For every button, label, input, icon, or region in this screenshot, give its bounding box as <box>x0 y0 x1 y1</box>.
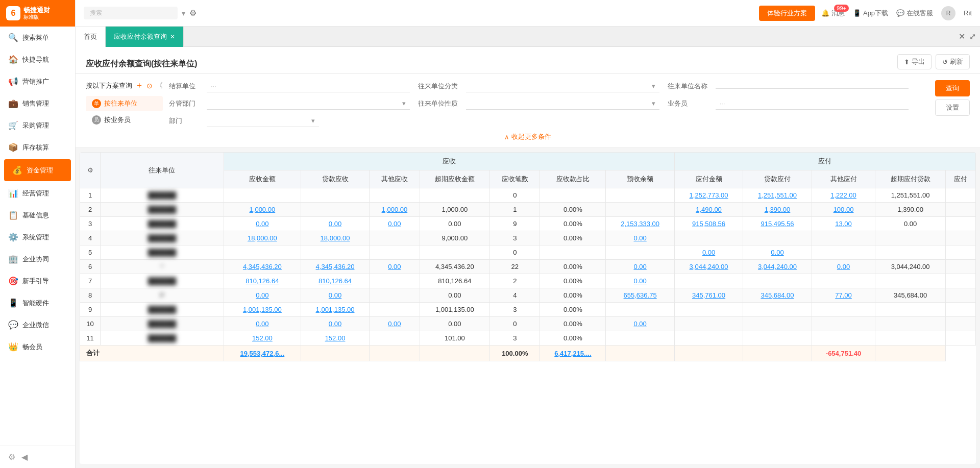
table-row: 3 ██████ 0.00 0.00 0.00 0.00 9 0.00% 2,1… <box>80 217 976 231</box>
sidebar-item-hardware[interactable]: 📱 智能硬件 <box>0 292 75 314</box>
table-row: 10 ██████ 0.00 0.00 0.00 0.00 0 0.00% 0.… <box>80 317 976 331</box>
query-type-by-unit[interactable]: 单 按往来单位 <box>86 96 163 111</box>
sidebar-item-quicknav[interactable]: 🏠 快捷导航 <box>0 48 75 70</box>
col-pay-other: 其他应付 <box>812 170 875 188</box>
search-icon: 🔍 <box>8 33 18 42</box>
notice-badge: 99+ <box>834 5 849 12</box>
sidebar-item-basic[interactable]: 📋 基础信息 <box>0 204 75 226</box>
sidebar-item-marketing[interactable]: 📢 营销推广 <box>0 70 75 92</box>
tab-close-icon[interactable]: ✕ <box>170 33 175 40</box>
close-window-icon[interactable]: ✕ <box>959 32 965 41</box>
sidebar-item-wechat[interactable]: 💬 企业微信 <box>0 314 75 336</box>
collapse-bar[interactable]: ∧ 收起更多条件 <box>86 129 970 141</box>
header-right: 🔔 消息 99+ 📱 App下载 💬 在线客服 R Rit <box>821 6 972 20</box>
sidebar-item-inventory[interactable]: 📦 库存核算 <box>0 136 75 158</box>
table-row: 5 ██████ 0 0.00 0.00 <box>80 245 976 260</box>
export-button[interactable]: ⬆ 导出 <box>897 54 932 69</box>
avatar: R <box>941 6 955 20</box>
total-recv-amt[interactable]: 19,553,472,6... <box>224 346 301 361</box>
marketing-icon: 📢 <box>8 77 18 86</box>
salesperson-input[interactable]: ··· <box>716 97 909 110</box>
header-search-area[interactable]: 搜索 <box>84 7 178 19</box>
logo-text: 畅捷通财 标准版 <box>23 6 50 20</box>
main-area: 搜索 ▾ ⚙ 体验行业方案 🔔 消息 99+ 📱 App下载 💬 在线客服 R … <box>76 0 980 468</box>
gear-bottom-icon[interactable]: ⚙ <box>8 452 15 462</box>
page-title: 应收应付余额查询(按往来单位) <box>86 59 198 69</box>
total-pay-overdue: -654,751.40 <box>812 346 875 361</box>
solution-button[interactable]: 体验行业方案 <box>759 6 815 21</box>
col-recv-prepaid: 预收余额 <box>606 170 674 188</box>
username-text[interactable]: Rit <box>964 9 972 17</box>
total-recv-prepaid[interactable]: 6,417,215.... <box>540 346 606 361</box>
tab-query[interactable]: 应收应付余额查询 ✕ <box>106 27 184 47</box>
filter-fields: 结算单位 ··· 往来单位分类 ▾ <box>169 80 970 129</box>
settlement-unit-input[interactable]: ··· <box>207 80 410 92</box>
total-label: 合计 <box>80 346 224 361</box>
refresh-icon: ↺ <box>942 58 948 66</box>
table-row: 8 P 0.00 0.00 0.00 4 0.00% 655,636.75 34… <box>80 288 976 303</box>
filter-area: 查询 设置 按以下方案查询 ＋ ⊙ 《 单 按往来单位 <box>76 74 980 148</box>
system-icon: ⚙️ <box>8 232 18 242</box>
header-gear-icon[interactable]: ⚙ <box>189 8 197 18</box>
wechat-icon: 💬 <box>8 320 18 330</box>
tab-right-actions: ✕ ⤢ <box>959 32 980 41</box>
col-recv-overdue: 超期应收金额 <box>420 170 490 188</box>
col-pay-overdue: 超期应付贷款 <box>875 170 946 188</box>
col-recv-ratio: 应收款占比 <box>540 170 606 188</box>
service-button[interactable]: 💬 在线客服 <box>896 9 933 18</box>
sidebar-item-sales[interactable]: 💼 销售管理 <box>0 92 75 114</box>
data-table: ⚙ 往来单位 应收 应付 应收金额 贷款应收 其他应收 超期应收金额 应收笔数 … <box>80 152 976 361</box>
table-settings-icon[interactable]: ⚙ <box>87 166 93 174</box>
header-breadcrumb: 搜索 ▾ ⚙ <box>84 7 753 19</box>
sidebar-bottom: ⚙ ◀ <box>0 446 75 468</box>
maximize-window-icon[interactable]: ⤢ <box>969 32 976 41</box>
unit-name-input[interactable] <box>716 84 909 89</box>
collapse-sidebar-icon[interactable]: ◀ <box>21 452 28 462</box>
col-payable-group-header: 应付 <box>674 153 975 170</box>
filter-field-department: 部门 ▾ <box>169 115 319 127</box>
config-filter-icon[interactable]: ⊙ <box>146 82 153 90</box>
query-type-by-salesperson[interactable]: 员 按业务员 <box>86 112 163 128</box>
sidebar-item-search[interactable]: 🔍 搜索菜单 <box>0 27 75 48</box>
home-icon: 🏠 <box>8 55 18 64</box>
app-download-button[interactable]: 📱 App下载 <box>853 9 888 18</box>
sidebar-item-enterprise[interactable]: 🏢 企业协同 <box>0 248 75 270</box>
col-pay-extra: 应付 <box>945 170 975 188</box>
unit-category-input[interactable]: ▾ <box>466 80 659 92</box>
col-recv-count: 应收笔数 <box>490 170 540 188</box>
query-button[interactable]: 查询 <box>935 80 970 96</box>
add-filter-icon[interactable]: ＋ <box>135 80 143 91</box>
department-input[interactable]: ▾ <box>207 115 319 127</box>
col-recv-other: 其他应收 <box>370 170 420 188</box>
notice-icon: 🔔 <box>821 9 829 17</box>
basic-icon: 📋 <box>8 210 18 220</box>
sidebar: 6 畅捷通财 标准版 🔍 搜索菜单 🏠 快捷导航 📢 营销推广 💼 销售管理 🛒… <box>0 0 76 468</box>
sidebar-item-member[interactable]: 👑 畅会员 <box>0 336 75 358</box>
sidebar-item-system[interactable]: ⚙️ 系统管理 <box>0 226 75 248</box>
col-pay-loan: 贷款应付 <box>743 170 812 188</box>
tab-home[interactable]: 首页 <box>76 27 106 47</box>
filter-group-header: 按以下方案查询 ＋ ⊙ 《 <box>86 80 163 91</box>
notice-button[interactable]: 🔔 消息 99+ <box>821 9 845 18</box>
enterprise-icon: 🏢 <box>8 254 18 264</box>
purchase-icon: 🛒 <box>8 120 18 130</box>
unit-nature-input[interactable]: ▾ <box>466 97 659 110</box>
sidebar-item-finance[interactable]: 💰 资金管理 <box>4 159 71 181</box>
table-row: 4 ██████ 18,000.00 18,000.00 9,000.00 3 … <box>80 231 976 245</box>
filter-row-3: 部门 ▾ <box>169 115 909 127</box>
app-icon: 📱 <box>853 9 861 17</box>
action-buttons: 查询 设置 <box>935 80 970 116</box>
settings-button[interactable]: 设置 <box>935 100 970 116</box>
col-pay-amt: 应付金额 <box>674 170 743 188</box>
header-dropdown-btn[interactable]: ▾ <box>182 9 185 17</box>
filter-row-2: 分管部门 ▾ 往来单位性质 ▾ <box>169 97 909 110</box>
sidebar-item-guide[interactable]: 🎯 新手引导 <box>0 270 75 292</box>
query-type-unit-icon: 单 <box>92 99 101 108</box>
refresh-button[interactable]: ↺ 刷新 <box>936 54 970 69</box>
top-header: 搜索 ▾ ⚙ 体验行业方案 🔔 消息 99+ 📱 App下载 💬 在线客服 R … <box>76 0 980 27</box>
sidebar-item-operations[interactable]: 📊 经营管理 <box>0 182 75 204</box>
dept-input[interactable]: ▾ <box>207 97 410 110</box>
collapse-filter-icon[interactable]: 《 <box>156 81 163 90</box>
table-total-row: 合计 19,553,472,6... 100.00% 6,417,215....… <box>80 346 976 361</box>
sidebar-item-purchase[interactable]: 🛒 采购管理 <box>0 114 75 136</box>
